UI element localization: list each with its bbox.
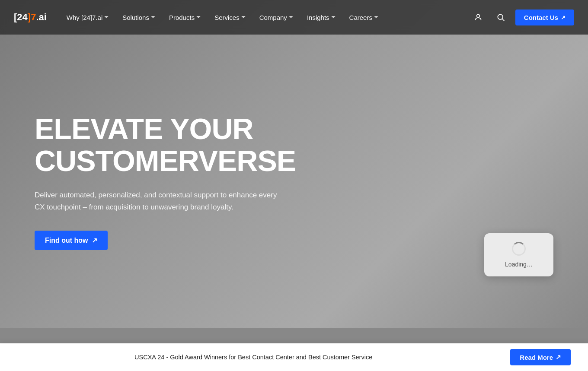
logo-bracket: [ <box>14 12 17 23</box>
svg-point-1 <box>498 14 503 19</box>
logo[interactable]: [ 24 ]7 .ai <box>14 12 47 23</box>
navbar: [ 24 ]7 .ai Why [24]7.ai Solutions Produ… <box>0 0 588 35</box>
nav-item-careers[interactable]: Careers <box>343 10 384 25</box>
navbar-actions: Contact Us ↗ <box>470 10 574 25</box>
award-text: USCXA 24 - Gold Award Winners for Best C… <box>17 354 489 361</box>
chevron-down-icon <box>374 16 378 19</box>
hero-title: ELEVATE YOUR CUSTOMERVERSE <box>35 113 296 178</box>
loading-widget: Loading… <box>484 233 553 276</box>
logo-24: 24 <box>17 12 27 23</box>
nav-item-insights[interactable]: Insights <box>301 10 342 25</box>
bottom-bar: USCXA 24 - Gold Award Winners for Best C… <box>0 343 588 371</box>
logo-7: ]7 <box>28 12 36 23</box>
chevron-down-icon <box>104 16 109 19</box>
nav-item-solutions[interactable]: Solutions <box>116 10 161 25</box>
svg-line-2 <box>502 19 505 21</box>
nav-item-products[interactable]: Products <box>163 10 207 25</box>
navbar-nav: Why [24]7.ai Solutions Products Services… <box>61 10 470 25</box>
chevron-down-icon <box>289 16 293 19</box>
nav-item-company[interactable]: Company <box>253 10 299 25</box>
chevron-down-icon <box>331 16 336 19</box>
user-account-button[interactable] <box>470 10 486 25</box>
arrow-icon: ↗ <box>92 236 97 244</box>
user-icon <box>474 13 483 22</box>
logo-ai: .ai <box>36 12 46 23</box>
contact-us-button[interactable]: Contact Us ↗ <box>515 10 574 25</box>
nav-item-services[interactable]: Services <box>208 10 252 25</box>
find-out-how-button[interactable]: Find out how ↗ <box>35 231 108 250</box>
read-more-button[interactable]: Read More ↗ <box>510 349 571 365</box>
chevron-down-icon <box>151 16 155 19</box>
nav-item-why[interactable]: Why [24]7.ai <box>61 10 115 25</box>
arrow-icon: ↗ <box>561 14 566 21</box>
chevron-down-icon <box>196 16 201 19</box>
loading-spinner <box>512 242 526 256</box>
arrow-icon: ↗ <box>556 353 561 361</box>
hero-content: ELEVATE YOUR CUSTOMERVERSE Deliver autom… <box>35 113 296 251</box>
loading-text: Loading… <box>505 261 533 268</box>
chevron-down-icon <box>241 16 246 19</box>
search-button[interactable] <box>493 10 508 25</box>
svg-point-0 <box>476 14 479 17</box>
search-icon <box>496 13 505 22</box>
hero-section: ELEVATE YOUR CUSTOMERVERSE Deliver autom… <box>0 0 588 328</box>
hero-subtitle: Deliver automated, personalized, and con… <box>35 189 285 213</box>
